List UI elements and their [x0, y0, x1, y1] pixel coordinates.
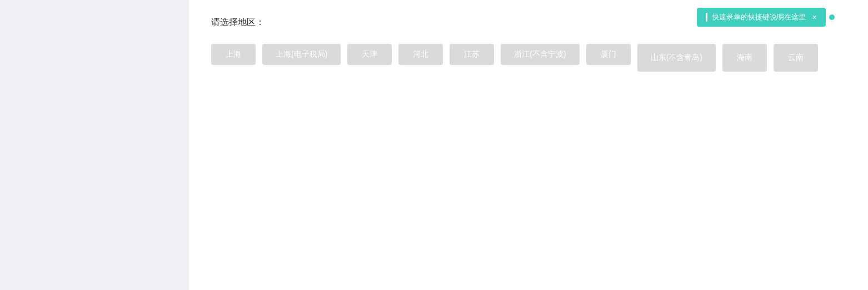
- main-content: 请选择地区： 上海上海(电子税局)天津河北江苏浙江(不含宁波)厦门 山东(不含青…: [189, 0, 868, 290]
- region-btn-r2-1[interactable]: 海南: [722, 44, 767, 72]
- region-row-2: 山东(不含青岛)海南云南: [637, 44, 818, 72]
- region-buttons: 上海上海(电子税局)天津河北江苏浙江(不含宁波)厦门 山东(不含青岛)海南云南: [211, 44, 846, 72]
- region-btn-1[interactable]: 上海(电子税局): [262, 44, 341, 65]
- region-btn-r2-0[interactable]: 山东(不含青岛): [637, 44, 716, 72]
- region-btn-5[interactable]: 浙江(不含宁波): [501, 44, 579, 65]
- tooltip-dot: [829, 14, 835, 20]
- region-btn-3[interactable]: 河北: [398, 44, 443, 65]
- region-btn-2[interactable]: 天津: [347, 44, 392, 65]
- tooltip-text: 快速录单的快捷键说明在这里: [712, 12, 806, 22]
- bar-icon: [706, 13, 707, 22]
- region-row-1: 上海上海(电子税局)天津河北江苏浙江(不含宁波)厦门: [211, 44, 631, 65]
- region-btn-r2-2[interactable]: 云南: [774, 44, 818, 72]
- close-icon[interactable]: ×: [812, 13, 817, 22]
- tooltip-container: 快速录单的快捷键说明在这里 ×: [697, 8, 835, 27]
- region-btn-4[interactable]: 江苏: [450, 44, 494, 65]
- region-btn-6[interactable]: 厦门: [586, 44, 631, 65]
- region-btn-0[interactable]: 上海: [211, 44, 256, 65]
- tooltip-bubble: 快速录单的快捷键说明在这里 ×: [697, 8, 826, 27]
- sidebar: [0, 0, 189, 290]
